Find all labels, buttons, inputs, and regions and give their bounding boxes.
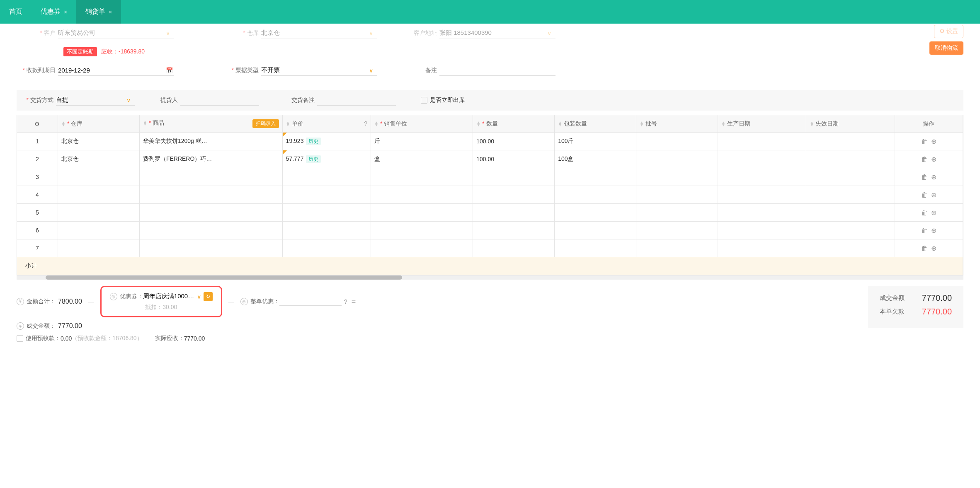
delivery-remark-label: 交货备注 xyxy=(284,97,317,104)
add-icon[interactable]: ⊕ xyxy=(931,191,936,198)
use-prepay-checkbox[interactable] xyxy=(17,335,23,342)
tab-home[interactable]: 首页 xyxy=(0,0,32,24)
sort-icon[interactable]: ▲▼ xyxy=(558,121,562,126)
delete-icon[interactable]: 🗑 xyxy=(921,174,928,181)
summary-deal-label: 成交金额 xyxy=(880,294,905,302)
table-row[interactable]: 3🗑⊕ xyxy=(17,168,963,186)
sort-icon[interactable]: ▲▼ xyxy=(143,121,147,126)
summary-owed-value: 7770.00 xyxy=(922,307,952,316)
help-icon[interactable]: ? xyxy=(344,298,347,305)
deal-label: 成交金额： xyxy=(27,322,56,330)
discount-icon: ◎ xyxy=(240,298,248,305)
horizontal-scrollbar[interactable] xyxy=(17,275,963,280)
delivery-bar: *交货方式 ∨ 提货人 交货备注 是否立即出库 xyxy=(17,90,963,111)
remark-input[interactable] xyxy=(439,65,555,76)
coupon-label: 优惠券： xyxy=(120,293,143,300)
delete-icon[interactable]: 🗑 xyxy=(921,156,928,163)
add-icon[interactable]: ⊕ xyxy=(931,174,936,181)
actual-value: 7770.00 xyxy=(184,335,205,342)
calendar-icon[interactable]: 📅 xyxy=(166,67,173,74)
chevron-down-icon[interactable]: ∨ xyxy=(369,67,373,74)
cancel-logistics-button[interactable]: 取消物流 xyxy=(929,41,963,55)
picker-label: 提货人 xyxy=(155,97,180,104)
payment-date-input[interactable] xyxy=(58,65,174,76)
summary-box: 成交金额 7770.00 本单欠款 7770.00 xyxy=(868,286,963,328)
tab-sales-label: 销货单 xyxy=(85,7,105,16)
table-row[interactable]: 7🗑⊕ xyxy=(17,239,963,257)
delivery-method-input[interactable] xyxy=(56,95,135,106)
delivery-method-label: 交货方式 xyxy=(30,97,53,103)
discount-label: 整单优惠： xyxy=(250,298,279,305)
add-icon[interactable]: ⊕ xyxy=(931,227,936,234)
refresh-icon[interactable]: ↻ xyxy=(204,292,213,301)
table-row[interactable]: 6🗑⊕ xyxy=(17,222,963,239)
receivable-text: 应收：-18639.80 xyxy=(101,48,145,56)
delete-icon[interactable]: 🗑 xyxy=(921,227,928,234)
prepay-balance: （预收款金额：18706.80） xyxy=(72,335,142,342)
chevron-down-icon[interactable]: ∨ xyxy=(369,30,373,36)
summary-owed-label: 本单欠款 xyxy=(880,308,905,316)
close-icon[interactable]: × xyxy=(64,9,67,15)
no-fixed-period-badge: 不固定账期 xyxy=(63,47,97,56)
tab-bar: 首页 优惠券 × 销货单 × xyxy=(0,0,980,24)
address-label: 客户地址 xyxy=(406,29,439,37)
delete-icon[interactable]: 🗑 xyxy=(921,138,928,145)
deal-icon: ◈ xyxy=(17,322,24,330)
invoice-type-input[interactable] xyxy=(261,65,377,76)
immediate-label: 是否立即出库 xyxy=(430,97,465,104)
total-value: 7800.00 xyxy=(58,298,82,305)
add-icon[interactable]: ⊕ xyxy=(931,209,936,216)
subtotal-label: 小计 xyxy=(17,257,963,275)
chevron-down-icon[interactable]: ∨ xyxy=(547,30,551,36)
tab-sales-order[interactable]: 销货单 × xyxy=(76,0,121,24)
sort-icon[interactable]: ▲▼ xyxy=(61,121,65,126)
coupon-box: ◎ 优惠券： ∨ ↻ 抵扣：30.00 xyxy=(100,286,222,317)
use-prepay-label: 使用预收款： xyxy=(26,335,61,342)
sort-icon[interactable]: ▲▼ xyxy=(476,121,480,126)
deduct-text: 抵扣：30.00 xyxy=(110,304,213,311)
discount-input[interactable] xyxy=(279,297,342,306)
tab-coupon-label: 优惠券 xyxy=(41,7,61,16)
delete-icon[interactable]: 🗑 xyxy=(921,209,928,216)
sort-icon[interactable]: ▲▼ xyxy=(640,121,644,126)
gear-icon[interactable]: ⚙ xyxy=(34,121,40,127)
add-icon[interactable]: ⊕ xyxy=(931,156,936,163)
immediate-checkbox[interactable] xyxy=(421,97,427,104)
tab-coupon[interactable]: 优惠券 × xyxy=(32,0,76,24)
delivery-remark-input[interactable] xyxy=(317,95,396,106)
coupon-icon: ◎ xyxy=(110,293,117,300)
coupon-select[interactable] xyxy=(143,292,205,301)
history-tag[interactable]: 历史 xyxy=(306,155,321,163)
customer-input[interactable] xyxy=(58,28,174,39)
chevron-down-icon[interactable]: ∨ xyxy=(126,97,131,104)
settings-button[interactable]: ⚙ 设置 xyxy=(934,25,963,38)
delete-icon[interactable]: 🗑 xyxy=(921,191,928,198)
table-row[interactable]: 2北京仓费列罗（FERRERO）巧…57.777历史盒100.00100盒🗑⊕ xyxy=(17,150,963,168)
actual-label: 实际应收： xyxy=(155,335,184,342)
sort-icon[interactable]: ▲▼ xyxy=(721,121,725,126)
add-icon[interactable]: ⊕ xyxy=(931,245,936,252)
picker-input[interactable] xyxy=(180,95,259,106)
add-icon[interactable]: ⊕ xyxy=(931,138,936,145)
chevron-down-icon[interactable]: ∨ xyxy=(166,30,170,36)
warehouse-label: 仓库 xyxy=(247,29,259,36)
sort-icon[interactable]: ▲▼ xyxy=(374,121,378,126)
history-tag[interactable]: 历史 xyxy=(306,138,321,145)
table-row[interactable]: 4🗑⊕ xyxy=(17,186,963,204)
table-row[interactable]: 5🗑⊕ xyxy=(17,204,963,222)
warehouse-input[interactable] xyxy=(261,28,377,39)
currency-icon: ¥ xyxy=(17,298,24,305)
remark-label: 备注 xyxy=(406,67,439,74)
scan-button[interactable]: 扫码录入 xyxy=(252,119,279,128)
address-input[interactable] xyxy=(439,28,555,39)
delete-icon[interactable]: 🗑 xyxy=(921,245,928,252)
payment-date-label: 收款到期日 xyxy=(27,67,56,73)
sort-icon[interactable]: ▲▼ xyxy=(810,121,814,126)
close-icon[interactable]: × xyxy=(109,9,112,15)
chevron-down-icon[interactable]: ∨ xyxy=(197,293,201,300)
use-prepay-value: 0.00 xyxy=(61,335,72,342)
table-row[interactable]: 1北京仓华美华夫软饼1200g 糕…19.923历史斤100.00100斤🗑⊕ xyxy=(17,133,963,150)
deal-value: 7770.00 xyxy=(58,322,82,330)
sort-icon[interactable]: ▲▼ xyxy=(286,121,290,126)
help-icon[interactable]: ? xyxy=(364,120,367,127)
